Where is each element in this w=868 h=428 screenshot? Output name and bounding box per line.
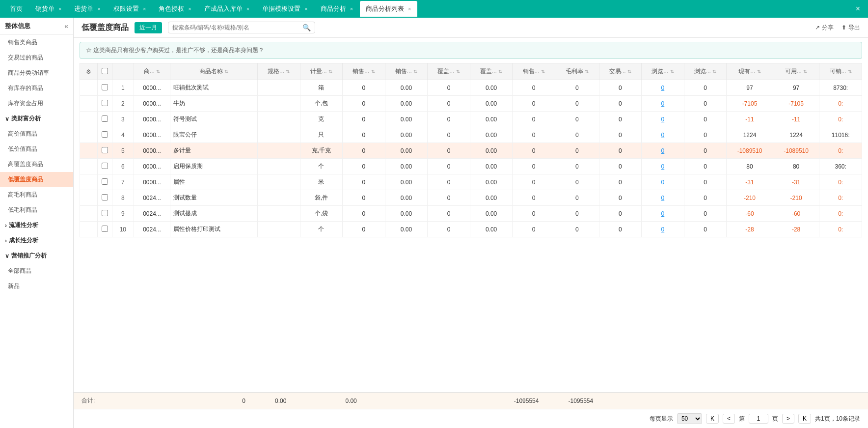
sidebar-item-sales-goods[interactable]: 销售类商品 [0, 35, 73, 50]
row-checkbox-cell[interactable] [97, 143, 112, 159]
nav-tab-purchase[interactable]: 进货单 × [68, 1, 106, 17]
row-checkbox-cell[interactable] [97, 174, 112, 190]
col-header-view2[interactable]: 浏览... ⇅ [684, 63, 727, 80]
nav-tab-production[interactable]: 产成品入库单 × [198, 1, 255, 17]
nav-tab-template[interactable]: 单据模板设置 × [256, 1, 313, 17]
row-checkbox-cell[interactable] [97, 206, 112, 222]
sidebar-item-high-value[interactable]: 高价值商品 [0, 126, 73, 142]
row-view1[interactable]: 0 [642, 96, 684, 112]
nav-tab-permissions[interactable]: 权限设置 × [108, 1, 152, 17]
sidebar-item-low-value[interactable]: 低价值商品 [0, 142, 73, 157]
table-row: 1 0000... 旺辅批次测试 箱 0 0.00 0 0.00 0 0 0 0… [80, 80, 862, 96]
row-view1[interactable]: 0 [642, 190, 684, 206]
prev-page-button[interactable]: < [723, 414, 735, 424]
col-header-unit[interactable]: 计量... ⇅ [300, 63, 343, 80]
row-view1[interactable]: 0 [642, 143, 684, 159]
col-header-gross[interactable]: 毛利率 ⇅ [555, 63, 599, 80]
search-icon[interactable]: 🔍 [302, 24, 311, 31]
export-button[interactable]: ⬆ 导出 [841, 24, 860, 32]
col-header-spec[interactable]: 规格... ⇅ [257, 63, 300, 80]
row-view1[interactable]: 0 [642, 80, 684, 96]
row-checkbox[interactable] [102, 178, 108, 185]
col-header-name[interactable]: 商品名称 ⇅ [170, 63, 257, 80]
nav-tab-product-analysis-list[interactable]: 商品分析列表 × [360, 1, 417, 17]
settings-col-header[interactable]: ⚙ [80, 63, 98, 80]
close-all-button[interactable]: × [852, 2, 864, 15]
sidebar-item-all-goods[interactable]: 全部商品 [0, 263, 73, 279]
sidebar-item-new-goods[interactable]: 新品 [0, 279, 73, 294]
row-view1[interactable]: 0 [642, 222, 684, 237]
col-header-current-stock[interactable]: 现有... ⇅ [727, 63, 773, 80]
col-header-cover1[interactable]: 覆盖... ⇅ [428, 63, 470, 80]
sidebar-item-stocked-goods[interactable]: 有库存的商品 [0, 81, 73, 96]
sidebar-section-marketing[interactable]: ∨ 营销推广分析 [0, 248, 73, 263]
next-page-button[interactable]: > [782, 414, 794, 424]
row-checkbox-cell[interactable] [97, 222, 112, 237]
row-checkbox-cell[interactable] [97, 159, 112, 174]
row-checkbox[interactable] [102, 84, 108, 90]
first-page-button[interactable]: K [706, 414, 719, 424]
row-checkbox[interactable] [102, 115, 108, 122]
row-view1[interactable]: 0 [642, 174, 684, 190]
col-header-sales3[interactable]: 销售... ⇅ [513, 63, 555, 80]
checkbox-col-header[interactable] [97, 63, 112, 80]
close-icon[interactable]: × [304, 6, 307, 12]
row-checkbox-cell[interactable] [97, 127, 112, 143]
nav-tab-roles[interactable]: 角色授权 × [153, 1, 197, 17]
row-checkbox[interactable] [102, 210, 108, 216]
nav-tab-home[interactable]: 首页 [4, 1, 28, 17]
last-page-button[interactable]: K [798, 414, 811, 424]
row-checkbox-cell[interactable] [97, 96, 112, 112]
close-icon[interactable]: × [350, 6, 353, 12]
close-icon[interactable]: × [408, 6, 411, 12]
sidebar-section-wealth[interactable]: ∨ 类财富分析 [0, 111, 73, 126]
sidebar-item-traded-goods[interactable]: 交易过的商品 [0, 50, 73, 65]
row-checkbox[interactable] [102, 163, 108, 169]
row-checkbox-cell[interactable] [97, 80, 112, 96]
sidebar-item-high-coverage[interactable]: 高覆盖度商品 [0, 157, 73, 172]
col-header-trade[interactable]: 交易... ⇅ [599, 63, 642, 80]
row-checkbox[interactable] [102, 147, 108, 153]
row-checkbox-cell[interactable] [97, 112, 112, 127]
row-view1[interactable]: 0 [642, 127, 684, 143]
sidebar-item-stock-capital[interactable]: 库存资金占用 [0, 96, 73, 111]
sidebar-item-high-margin[interactable]: 高毛利商品 [0, 187, 73, 202]
sidebar-section-growth[interactable]: › 成长性分析 [0, 233, 73, 248]
col-header-code[interactable]: 商... ⇅ [134, 63, 170, 80]
close-icon[interactable]: × [58, 6, 61, 12]
col-header-view1[interactable]: 浏览... ⇅ [642, 63, 684, 80]
per-page-select[interactable]: 50 20 100 200 [677, 413, 702, 424]
col-header-available[interactable]: 可用... ⇅ [773, 63, 819, 80]
row-view1[interactable]: 0 [642, 206, 684, 222]
settings-icon[interactable]: ⚙ [86, 68, 91, 75]
row-view1[interactable]: 0 [642, 112, 684, 127]
sidebar-item-low-coverage[interactable]: 低覆盖度商品 [0, 172, 73, 187]
row-checkbox[interactable] [102, 194, 108, 200]
select-all-checkbox[interactable] [102, 68, 108, 74]
share-button[interactable]: ↗ 分享 [815, 24, 834, 32]
sidebar-item-category-rate[interactable]: 商品分类动销率 [0, 65, 73, 81]
total-sales-qty: 0 [242, 398, 245, 404]
close-icon[interactable]: × [143, 6, 146, 12]
col-header-sales-qty[interactable]: 销售... ⇅ [343, 63, 385, 80]
close-icon[interactable]: × [97, 6, 100, 12]
page-number-input[interactable] [749, 414, 768, 424]
page-label: 第 [739, 415, 745, 423]
row-checkbox-cell[interactable] [97, 190, 112, 206]
row-checkbox[interactable] [102, 100, 108, 106]
row-view1[interactable]: 0 [642, 159, 684, 174]
sidebar-section-flow[interactable]: › 流通性分析 [0, 218, 73, 233]
row-checkbox[interactable] [102, 131, 108, 138]
nav-tab-sales[interactable]: 销货单 × [29, 1, 67, 17]
nav-tab-product-analysis[interactable]: 商品分析 × [315, 1, 359, 17]
search-input[interactable] [172, 24, 300, 31]
sidebar-collapse-button[interactable]: « [64, 22, 68, 30]
period-button[interactable]: 近一月 [135, 22, 162, 33]
sidebar-item-low-margin[interactable]: 低毛利商品 [0, 202, 73, 218]
close-icon[interactable]: × [188, 6, 191, 12]
col-header-sales-amt[interactable]: 销售... ⇅ [385, 63, 428, 80]
col-header-cover2[interactable]: 覆盖... ⇅ [470, 63, 513, 80]
col-header-sellable[interactable]: 可销... ⇅ [819, 63, 862, 80]
close-icon[interactable]: × [246, 6, 249, 12]
row-checkbox[interactable] [102, 226, 108, 232]
